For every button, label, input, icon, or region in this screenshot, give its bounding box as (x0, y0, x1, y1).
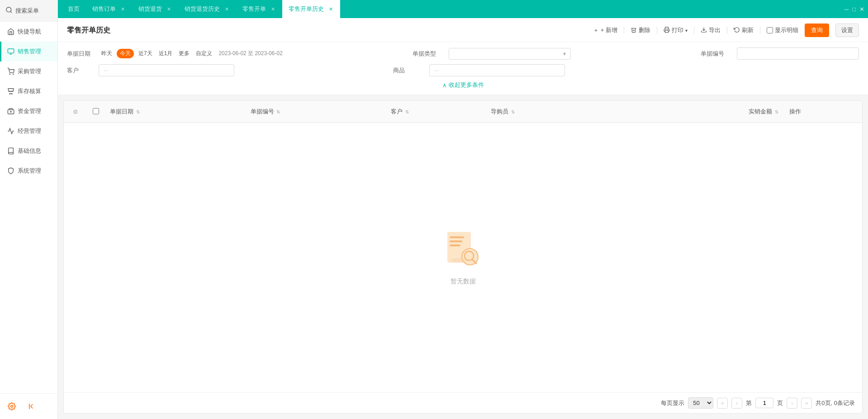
divider (760, 27, 760, 34)
date-shortcuts: 昨天 今天 近7天 近1月 更多 自定义 2023-06-02 至 2023-0… (100, 49, 283, 58)
last-page-btn[interactable]: » (801, 398, 812, 409)
system-icon (7, 167, 15, 175)
select-all-checkbox[interactable] (93, 108, 99, 114)
refresh-button[interactable]: 刷新 (734, 26, 754, 34)
first-page-btn[interactable]: « (717, 398, 728, 409)
print-label: 打印 (672, 26, 683, 34)
main-area: 首页 销售订单 ✕ 销货退货 ✕ 销货退货历史 ✕ 零售开单 ✕ 零售开单历史 … (58, 0, 868, 419)
empty-text: 暂无数据 (451, 278, 476, 286)
tab-retail-open-history[interactable]: 零售开单历史 ✕ (282, 0, 340, 18)
table-settings-icon[interactable]: ⚙ (69, 105, 82, 118)
next-page-btn[interactable]: › (787, 398, 797, 409)
query-button[interactable]: 查询 (805, 24, 829, 37)
divider (657, 27, 657, 34)
maximize-btn[interactable]: □ (852, 6, 856, 13)
col-guide-label: 导购员 (491, 108, 508, 115)
page-input[interactable] (755, 398, 773, 408)
tab-close-icon[interactable]: ✕ (270, 6, 276, 12)
col-amount[interactable]: 实销金额 ⇅ (643, 101, 784, 123)
collapse-sidebar-btn[interactable] (25, 400, 38, 413)
tab-close-icon[interactable]: ✕ (223, 6, 230, 12)
sidebar-item-label: 资金管理 (18, 107, 41, 115)
per-page-select[interactable]: 50 10 20 100 (688, 397, 713, 409)
sidebar-item-label: 库存核算 (18, 87, 41, 95)
sidebar-item-finance[interactable]: 资金管理 (0, 101, 57, 121)
tab-retail-open[interactable]: 零售开单 ✕ (236, 0, 282, 18)
sidebar-item-basic-info[interactable]: 基础信息 (0, 141, 57, 161)
sidebar-item-inventory[interactable]: 库存核算 (0, 81, 57, 101)
filter-bar: 单据日期 昨天 今天 近7天 近1月 更多 自定义 2023-06-02 至 2… (58, 42, 868, 95)
sidebar-item-purchase-mgmt[interactable]: 采购管理 (0, 61, 57, 81)
col-customer[interactable]: 客户 ⇅ (385, 101, 485, 123)
tab-sales-order[interactable]: 销售订单 ✕ (86, 0, 132, 18)
date-shortcut-custom[interactable]: 自定义 (194, 49, 214, 58)
col-date[interactable]: 单据日期 ⇅ (104, 101, 245, 123)
svg-point-0 (6, 7, 11, 12)
date-shortcut-today[interactable]: 今天 (117, 49, 134, 58)
tab-close-icon[interactable]: ✕ (166, 6, 172, 12)
minimize-btn[interactable]: ─ (844, 6, 849, 13)
svg-rect-19 (450, 245, 460, 246)
checkbox-col (87, 101, 104, 123)
date-shortcut-yesterday[interactable]: 昨天 (100, 49, 114, 58)
collapse-label: 收起更多条件 (449, 81, 484, 89)
tab-label: 销售订单 (92, 5, 116, 13)
close-btn[interactable]: ✕ (859, 6, 864, 13)
sidebar-item-sys-mgmt[interactable]: 系统管理 (0, 161, 57, 181)
sidebar-item-quick-nav[interactable]: 快捷导航 (0, 22, 57, 42)
print-arrow-icon: ▾ (685, 28, 688, 33)
finance-icon (7, 107, 15, 115)
display-detail-checkbox[interactable]: 显示明细 (767, 26, 798, 34)
sidebar-item-label: 销售管理 (18, 47, 41, 56)
svg-point-6 (13, 74, 14, 74)
divider (727, 27, 727, 34)
total-info: 共0页, 0条记录 (816, 399, 855, 407)
sidebar-item-operations[interactable]: 经营管理 (0, 121, 57, 141)
date-shortcut-last1m[interactable]: 近1月 (157, 49, 175, 58)
sidebar-item-label: 系统管理 (18, 167, 41, 175)
col-spacer (606, 101, 643, 123)
svg-point-12 (11, 405, 13, 408)
operations-icon (7, 127, 15, 135)
add-icon: ＋ (593, 26, 599, 34)
add-button[interactable]: ＋ + 新增 (593, 26, 617, 34)
print-icon (664, 27, 670, 34)
divider (624, 27, 624, 34)
chevron-down-icon: ▾ (563, 51, 566, 57)
tab-sales-return-history[interactable]: 销货退货历史 ✕ (178, 0, 236, 18)
date-shortcut-more[interactable]: 更多 (177, 49, 191, 58)
col-guide[interactable]: 导购员 ⇅ (485, 101, 606, 123)
tab-sales-return[interactable]: 销货退货 ✕ (132, 0, 178, 18)
collapse-filter-bar[interactable]: ∧ 收起更多条件 (67, 81, 859, 89)
prev-page-btn[interactable]: ‹ (731, 398, 742, 409)
tab-label: 首页 (68, 5, 80, 13)
export-button[interactable]: 导出 (701, 26, 721, 34)
customer-select[interactable]: ··· (99, 64, 234, 76)
sidebar-search[interactable]: 搜索采单 (0, 0, 57, 22)
page-title: 零售开单历史 (67, 26, 110, 35)
delete-button[interactable]: 删除 (631, 26, 650, 34)
home-icon (7, 28, 15, 36)
svg-point-5 (9, 74, 10, 74)
query-label: 查询 (811, 26, 823, 34)
settings-filter-button[interactable]: 设置 (835, 24, 859, 37)
svg-point-7 (9, 93, 10, 94)
sidebar-footer (0, 393, 57, 419)
col-action: 操作 (784, 101, 862, 123)
print-button[interactable]: 打印 ▾ (664, 26, 688, 34)
tab-close-icon[interactable]: ✕ (327, 6, 334, 12)
sidebar-item-label: 基础信息 (18, 147, 41, 155)
date-shortcut-last7[interactable]: 近7天 (137, 49, 154, 58)
sidebar-item-sales-mgmt[interactable]: 销售管理 (0, 42, 57, 61)
add-label: + 新增 (601, 26, 617, 34)
display-detail-check[interactable] (767, 27, 773, 33)
doc-type-select[interactable]: ▾ (449, 48, 571, 60)
product-select[interactable]: ··· (429, 64, 565, 76)
tab-close-icon[interactable]: ✕ (119, 6, 126, 12)
col-no[interactable]: 单据编号 ⇅ (245, 101, 386, 123)
settings-btn[interactable] (5, 400, 18, 413)
doc-no-input[interactable] (737, 47, 859, 60)
svg-line-1 (10, 11, 12, 13)
tab-bar: 首页 销售订单 ✕ 销货退货 ✕ 销货退货历史 ✕ 零售开单 ✕ 零售开单历史 … (58, 0, 868, 18)
tab-home[interactable]: 首页 (62, 0, 86, 18)
